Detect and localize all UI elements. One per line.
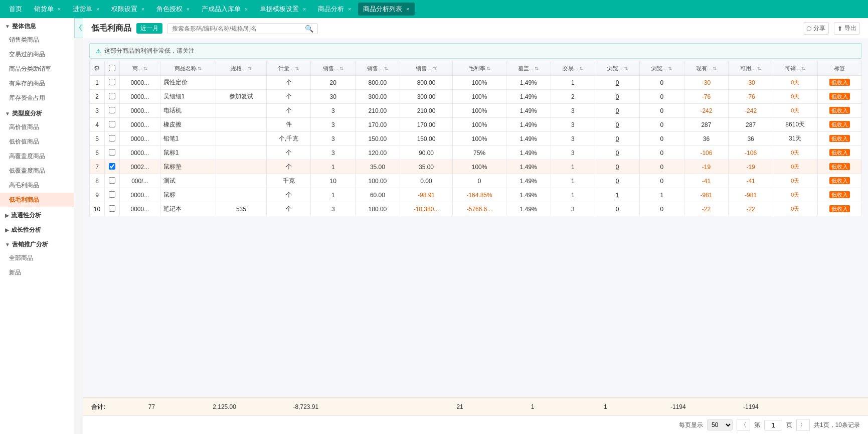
sidebar-item-in-stock[interactable]: 有库存的商品 bbox=[0, 76, 74, 91]
sidebar-item-new-products[interactable]: 新品 bbox=[0, 265, 74, 280]
row-checkbox[interactable] bbox=[105, 118, 120, 132]
sidebar-item-all-products[interactable]: 全部商品 bbox=[0, 251, 74, 265]
row-checkbox[interactable] bbox=[105, 174, 120, 188]
nav-product-analysis-list-close[interactable]: × bbox=[406, 6, 409, 12]
nav-home[interactable]: 首页 bbox=[4, 3, 27, 16]
row-browse1[interactable]: 1 bbox=[595, 188, 640, 202]
col-browse1[interactable]: 浏览...⇅ bbox=[595, 61, 640, 76]
sidebar-group-overall[interactable]: ▼ 整体信息 bbox=[0, 18, 74, 33]
col-sales-count[interactable]: 销售...⇅ bbox=[311, 61, 356, 76]
sidebar-item-high-margin[interactable]: 高毛利商品 bbox=[0, 178, 74, 193]
col-sales-amount[interactable]: 销售...⇅ bbox=[400, 61, 453, 76]
col-coverage[interactable]: 覆盖...⇅ bbox=[506, 61, 551, 76]
sidebar-item-high-coverage[interactable]: 高覆盖度商品 bbox=[0, 149, 74, 164]
row-sales-amount: 300.00 bbox=[400, 90, 453, 104]
nav-sales-order[interactable]: 销货单 × bbox=[29, 3, 66, 16]
row-browse1[interactable]: 0 bbox=[595, 146, 640, 160]
sidebar-item-high-value[interactable]: 高价值商品 bbox=[0, 120, 74, 134]
sidebar-item-sales-goods[interactable]: 销售类商品 bbox=[0, 33, 74, 47]
sidebar-item-low-margin[interactable]: 低毛利商品 bbox=[0, 193, 74, 207]
row-checkbox[interactable] bbox=[105, 104, 120, 118]
col-unit[interactable]: 计量...⇅ bbox=[266, 61, 311, 76]
row-browse1[interactable]: 0 bbox=[595, 90, 640, 104]
row-checkbox[interactable] bbox=[105, 132, 120, 146]
col-spec[interactable]: 规格...⇅ bbox=[216, 61, 267, 76]
nav-product-entry-close[interactable]: × bbox=[245, 6, 248, 12]
row-tag: 低收入 bbox=[817, 90, 861, 104]
per-page-select[interactable]: 50 100 200 bbox=[707, 419, 733, 430]
row-checkbox[interactable] bbox=[105, 160, 120, 174]
row-checkbox[interactable] bbox=[105, 188, 120, 202]
sidebar-group-circulation[interactable]: ▶ 流通性分析 bbox=[0, 207, 74, 222]
col-gross-rate[interactable]: 毛利率⇅ bbox=[453, 61, 506, 76]
col-sales-price[interactable]: 销售...⇅ bbox=[356, 61, 400, 76]
row-checkbox[interactable] bbox=[105, 202, 120, 216]
share-btn[interactable]: ⬡ 分享 bbox=[803, 22, 829, 35]
nav-product-analysis[interactable]: 商品分析 × bbox=[313, 3, 356, 16]
row-current-stock: -22 bbox=[684, 202, 729, 216]
select-all-checkbox[interactable] bbox=[109, 65, 115, 71]
nav-permissions[interactable]: 权限设置 × bbox=[106, 3, 149, 16]
footer-sales-price: 2,125.00 bbox=[188, 403, 261, 410]
col-current-stock[interactable]: 现有...⇅ bbox=[684, 61, 729, 76]
sidebar-item-low-value[interactable]: 低价值商品 bbox=[0, 134, 74, 149]
nav-product-analysis-close[interactable]: × bbox=[348, 6, 351, 12]
nav-product-analysis-list[interactable]: 商品分析列表 × bbox=[358, 3, 414, 16]
sidebar-item-traded-goods[interactable]: 交易过的商品 bbox=[0, 47, 74, 62]
row-coverage: 1.49% bbox=[506, 118, 551, 132]
sidebar-item-stock-capital[interactable]: 库存资金占用 bbox=[0, 91, 74, 105]
nav-product-entry[interactable]: 产成品入库单 × bbox=[197, 3, 253, 16]
sidebar-item-category-rate[interactable]: 商品分类助销率 bbox=[0, 62, 74, 76]
next-page-btn[interactable]: 〉 bbox=[796, 419, 810, 431]
row-sales-price: 180.00 bbox=[356, 202, 400, 216]
col-code[interactable]: 商...⇅ bbox=[120, 61, 160, 76]
row-browse2: 0 bbox=[639, 174, 684, 188]
search-input[interactable] bbox=[172, 25, 303, 32]
nav-permissions-close[interactable]: × bbox=[141, 6, 144, 12]
nav-template-settings-close[interactable]: × bbox=[303, 6, 306, 12]
row-browse1[interactable]: 0 bbox=[595, 160, 640, 174]
settings-icon[interactable]: ⚙ bbox=[94, 64, 100, 72]
search-icon[interactable]: 🔍 bbox=[305, 25, 313, 33]
row-browse1[interactable]: 0 bbox=[595, 118, 640, 132]
row-unit: 个 bbox=[266, 104, 311, 118]
row-unit: 个 bbox=[266, 202, 311, 216]
col-name[interactable]: 商品名称⇅ bbox=[160, 61, 216, 76]
nav-roles[interactable]: 角色授权 × bbox=[151, 3, 195, 16]
date-filter-btn[interactable]: 近一月 bbox=[136, 23, 162, 34]
row-available: -19 bbox=[729, 160, 773, 174]
row-checkbox[interactable] bbox=[105, 90, 120, 104]
sidebar-collapse-btn[interactable]: 《 bbox=[74, 18, 83, 38]
col-browse2[interactable]: 浏览...⇅ bbox=[639, 61, 684, 76]
nav-sales-order-close[interactable]: × bbox=[58, 6, 61, 12]
prev-page-btn[interactable]: 〈 bbox=[737, 419, 750, 431]
col-transaction[interactable]: 交易...⇅ bbox=[551, 61, 595, 76]
row-browse1[interactable]: 0 bbox=[595, 132, 640, 146]
nav-roles-close[interactable]: × bbox=[187, 6, 190, 12]
nav-template-settings[interactable]: 单据模板设置 × bbox=[255, 3, 311, 16]
row-checkbox[interactable] bbox=[105, 146, 120, 160]
col-available[interactable]: 可用...⇅ bbox=[729, 61, 773, 76]
row-browse1[interactable]: 0 bbox=[595, 76, 640, 90]
row-name: 鼠标 bbox=[160, 188, 216, 202]
nav-purchase-order[interactable]: 进货单 × bbox=[68, 3, 104, 16]
row-browse1[interactable]: 0 bbox=[595, 174, 640, 188]
sidebar-group-type-analysis[interactable]: ▼ 类型度分析 bbox=[0, 105, 74, 120]
page-header: 低毛利商品 近一月 🔍 ⬡ 分享 ⬆ 导出 bbox=[83, 18, 868, 39]
row-browse1[interactable]: 0 bbox=[595, 202, 640, 216]
row-code: 0002... bbox=[120, 160, 160, 174]
sidebar-item-low-coverage[interactable]: 低覆盖度商品 bbox=[0, 164, 74, 178]
col-saleable[interactable]: 可销...⇅ bbox=[773, 61, 817, 76]
col-tag[interactable]: 标签 bbox=[817, 61, 861, 76]
sidebar-group-marketing[interactable]: ▼ 营销推广分析 bbox=[0, 236, 74, 251]
col-checkbox[interactable] bbox=[105, 61, 120, 76]
sidebar-group-growth[interactable]: ▶ 成长性分析 bbox=[0, 222, 74, 236]
page-input[interactable] bbox=[764, 420, 782, 430]
row-browse1[interactable]: 0 bbox=[595, 104, 640, 118]
row-checkbox[interactable] bbox=[105, 76, 120, 90]
row-current-stock: -242 bbox=[684, 104, 729, 118]
row-spec bbox=[216, 104, 267, 118]
col-settings[interactable]: ⚙ bbox=[90, 61, 105, 76]
nav-purchase-order-close[interactable]: × bbox=[96, 6, 99, 12]
export-btn[interactable]: ⬆ 导出 bbox=[834, 22, 860, 35]
